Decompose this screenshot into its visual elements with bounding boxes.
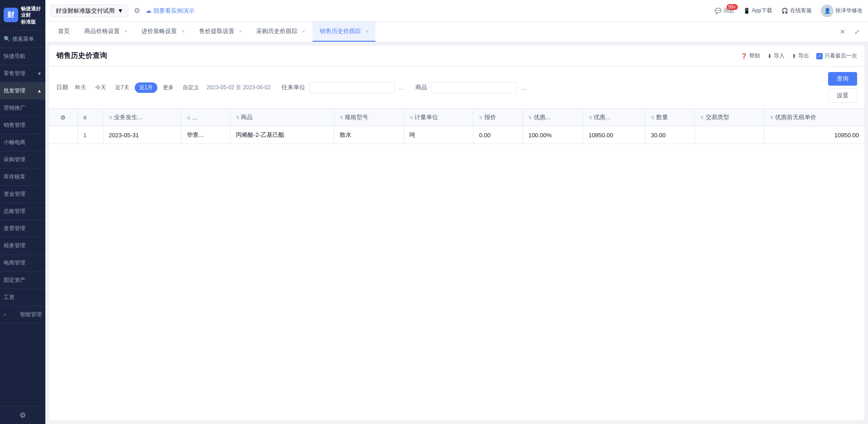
col-date[interactable]: ⇅ 业务发生... bbox=[103, 109, 181, 126]
message-badge: 99+ bbox=[727, 4, 738, 10]
page-header-actions: ❓ 帮助 ⬇ 导入 ⬆ 导出 ✓ 只看最后一次 bbox=[741, 52, 857, 60]
sidebar-item-finance[interactable]: 资金管理 bbox=[0, 186, 45, 203]
col-discount1[interactable]: ⇅ 优惠... bbox=[523, 109, 583, 126]
headset-icon: 🎧 bbox=[781, 8, 788, 14]
sidebar-search[interactable]: 🔍 搜索菜单 bbox=[0, 31, 45, 48]
tab-price-settings[interactable]: 商品价格设置 × bbox=[77, 22, 134, 42]
version-select[interactable]: 好业财标准版交付试用 ▼ bbox=[51, 5, 128, 17]
query-button[interactable]: 查询 bbox=[828, 72, 857, 86]
chevron-down-icon: ▼ bbox=[117, 7, 123, 14]
tab-close-sales-history[interactable]: × bbox=[366, 29, 368, 34]
logo-text: 畅捷通好业财 标准版 bbox=[21, 5, 42, 25]
product-input[interactable] bbox=[431, 82, 517, 93]
date-range-display: 2023-05-02 至 2023-06-02 bbox=[206, 84, 270, 92]
sidebar-item-ecommerce[interactable]: 电商管理 bbox=[0, 255, 45, 272]
help-icon: ❓ bbox=[741, 53, 747, 59]
sidebar-item-ecommerce-small[interactable]: 小畅电商 bbox=[0, 134, 45, 151]
chevron-up-icon: ▲ bbox=[37, 88, 42, 93]
online-service-button[interactable]: 🎧 在线客服 bbox=[781, 7, 812, 14]
help-button[interactable]: ❓ 帮助 bbox=[741, 52, 760, 60]
col-transaction-type[interactable]: ⇅ 交易类型 bbox=[694, 109, 764, 126]
date-today[interactable]: 今天 bbox=[92, 82, 110, 93]
col-price[interactable]: ⇅ 报价 bbox=[473, 109, 523, 126]
sidebar-item-invoice[interactable]: 发票管理 bbox=[0, 220, 45, 237]
row-settings bbox=[49, 126, 78, 144]
sidebar-item-tax[interactable]: 税务管理 bbox=[0, 237, 45, 255]
col-product[interactable]: ⇅ 商品 bbox=[230, 109, 334, 126]
date-last7[interactable]: 近7天 bbox=[112, 82, 133, 93]
data-table: ⚙ # ⇅ 业务发生... ⇅ ... ⇅ 商品 bbox=[49, 109, 864, 144]
only-last-checkbox[interactable]: ✓ 只看最后一次 bbox=[816, 52, 857, 60]
col-unit[interactable]: ⇅ 计量单位 bbox=[404, 109, 473, 126]
supplier-filter-label: 往来单位 bbox=[282, 83, 305, 92]
row-unit: 吨 bbox=[404, 126, 473, 144]
topbar-settings-icon[interactable]: ⚙ bbox=[134, 6, 140, 15]
tab-price-extract[interactable]: 售价提取设置 × bbox=[192, 22, 249, 42]
gear-icon: ⚙ bbox=[20, 411, 26, 419]
tab-maximize[interactable]: ⤢ bbox=[852, 26, 863, 37]
search-icon: 🔍 bbox=[4, 36, 10, 42]
export-icon: ⬆ bbox=[792, 53, 796, 59]
logo-icon: 财 bbox=[4, 8, 18, 22]
supplier-input[interactable] bbox=[309, 82, 395, 93]
filter-bar: 日期 昨天 今天 近7天 近1月 更多 自定义 2023-05-02 至 202… bbox=[49, 67, 864, 109]
row-pretax-price: 10950.00 bbox=[764, 126, 864, 144]
tab-close-price-strategy[interactable]: × bbox=[181, 29, 184, 34]
supplier-more-btn[interactable]: … bbox=[399, 84, 405, 91]
sidebar-settings-icon[interactable]: ⚙ bbox=[0, 406, 45, 424]
export-button[interactable]: ⬆ 导出 bbox=[792, 52, 809, 60]
checkbox-checked-icon: ✓ bbox=[816, 53, 823, 59]
sidebar-item-payroll[interactable]: 工资 bbox=[0, 289, 45, 306]
mobile-icon: 📱 bbox=[743, 8, 750, 14]
date-last1m[interactable]: 近1月 bbox=[135, 82, 158, 93]
tab-close-window[interactable]: ✕ bbox=[837, 26, 848, 37]
tab-sales-history[interactable]: 销售历史价跟踪 × bbox=[312, 22, 375, 42]
row-price: 0.00 bbox=[473, 126, 523, 144]
col-settings[interactable]: ⚙ bbox=[49, 109, 78, 126]
query-button-group: 查询 设置 bbox=[828, 72, 857, 103]
cloud-icon: ☁ bbox=[146, 7, 151, 14]
topbar-right: 💬 消息 99+ 📱 App下载 🎧 在线客服 👤 徐泽华修改 bbox=[715, 5, 863, 17]
sidebar-item-wholesale[interactable]: 批发管理 ▲ bbox=[0, 82, 45, 100]
top-bar: 好业财标准版交付试用 ▼ ⚙ ☁ 我要看实例演示 💬 消息 99+ 📱 App下… bbox=[45, 0, 868, 22]
tab-purchase-history[interactable]: 采购历史价跟踪 × bbox=[249, 22, 312, 42]
date-options: 昨天 今天 近7天 近1月 更多 自定义 bbox=[72, 82, 203, 93]
tab-close-price-settings[interactable]: × bbox=[124, 29, 127, 34]
date-custom[interactable]: 自定义 bbox=[179, 82, 203, 93]
sidebar-item-smart[interactable]: 智能管理 bbox=[0, 306, 45, 323]
app-download-button[interactable]: 📱 App下载 bbox=[743, 7, 772, 14]
product-more-btn[interactable]: … bbox=[521, 84, 527, 91]
user-profile[interactable]: 👤 徐泽华修改 bbox=[821, 5, 863, 17]
import-button[interactable]: ⬇ 导入 bbox=[767, 52, 785, 60]
sidebar-item-general-ledger[interactable]: 总账管理 bbox=[0, 203, 45, 220]
date-more[interactable]: 更多 bbox=[159, 82, 177, 93]
col-discount2[interactable]: ⇅ 优惠... bbox=[583, 109, 645, 126]
col-no: # bbox=[78, 109, 103, 126]
row-more1: 华查... bbox=[181, 126, 230, 144]
tab-price-strategy[interactable]: 进价策略设置 × bbox=[134, 22, 191, 42]
tab-close-price-extract[interactable]: × bbox=[239, 29, 242, 34]
col-more1[interactable]: ⇅ ... bbox=[181, 109, 230, 126]
sidebar-item-marketing[interactable]: 营销推广 bbox=[0, 100, 45, 117]
sidebar-item-sales[interactable]: 销售管理 bbox=[0, 117, 45, 134]
sidebar-item-inventory[interactable]: 库存核算 bbox=[0, 169, 45, 186]
date-filter-label: 日期 bbox=[56, 83, 68, 92]
table-row[interactable]: 1 2023-05-31 华查... 丙烯酸-2-乙基己酯 散水 吨 0.00 … bbox=[49, 126, 864, 144]
demo-link[interactable]: ☁ 我要看实例演示 bbox=[146, 7, 195, 15]
col-spec[interactable]: ⇅ 规格型号 bbox=[334, 109, 404, 126]
sidebar-item-retail[interactable]: 零售管理 ▼ bbox=[0, 65, 45, 82]
sidebar-item-fixed-assets[interactable]: 固定资产 bbox=[0, 272, 45, 289]
tab-close-purchase-history[interactable]: × bbox=[302, 29, 305, 34]
date-filter-group: 日期 昨天 今天 近7天 近1月 更多 自定义 2023-05-02 至 202… bbox=[56, 82, 271, 93]
col-quantity[interactable]: ⇅ 数量 bbox=[645, 109, 695, 126]
supplier-filter-group: 往来单位 … bbox=[282, 82, 405, 93]
sidebar-item-purchase[interactable]: 采购管理 bbox=[0, 151, 45, 169]
date-yesterday[interactable]: 昨天 bbox=[72, 82, 90, 93]
row-quantity: 30.00 bbox=[645, 126, 695, 144]
settings-button[interactable]: 设置 bbox=[828, 88, 857, 103]
tab-home[interactable]: 首页 bbox=[51, 22, 77, 42]
sidebar-quick-nav[interactable]: 快捷导航 bbox=[0, 48, 45, 65]
message-button[interactable]: 💬 消息 99+ bbox=[715, 7, 734, 14]
avatar: 👤 bbox=[821, 5, 834, 17]
col-pretax-price[interactable]: ⇅ 优惠前无税单价 bbox=[764, 109, 864, 126]
